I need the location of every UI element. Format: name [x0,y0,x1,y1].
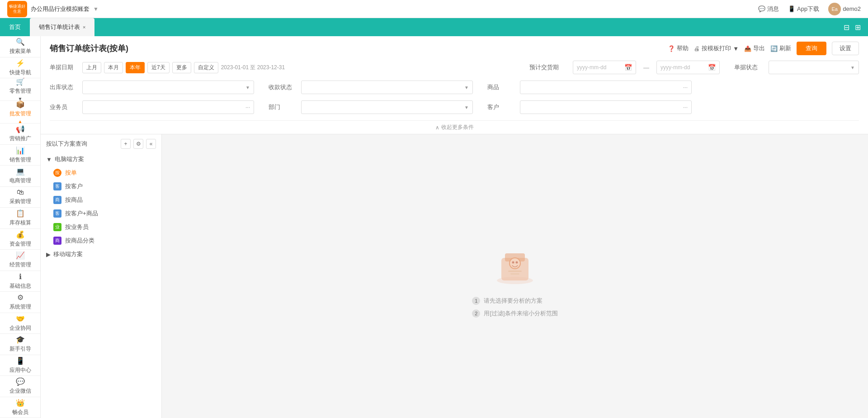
svg-point-5 [516,261,518,263]
tip-num-1: 1 [472,297,480,305]
tab-home[interactable]: 首页 [0,18,30,36]
export-button[interactable]: 📤 导出 [744,44,765,52]
sidebar-item-apps[interactable]: 📱 应用中心 [0,355,40,376]
scheme-group-mobile: ▶ 移动端方案 [41,247,161,261]
scheme-item-byproduct[interactable]: 商 按商品 [41,193,161,207]
refresh-button[interactable]: 🔄 刷新 [770,44,791,52]
scheme-item-byproductcategory-label: 按商品分类 [65,237,94,245]
date-btn-lastmonth[interactable]: 上月 [82,62,101,73]
sidebar-item-system[interactable]: ⚙ 系统管理 [0,292,40,313]
product-more-icon[interactable]: ··· [683,84,688,90]
sidebar-label-basic: 基础信息 [9,282,31,290]
order-status-label: 单据状态 [734,63,761,71]
sidebar-item-operation[interactable]: 📈 经营管理 [0,250,40,271]
refresh-icon: 🔄 [770,45,778,52]
expected-delivery-start[interactable]: yyyy-mm-dd 📅 [573,61,636,74]
message-button[interactable]: 💬 消息 [758,5,779,13]
print-button[interactable]: 🖨 按模板打印 ▼ [694,44,739,52]
expected-delivery-label: 预计交货期 [529,63,566,71]
content-title-row: 销售订单统计表(按单) ❓ 帮助 🖨 按模板打印 ▼ 📤 导出 [50,42,859,55]
tab-sales-summary[interactable]: 销售订单统计表 × [30,18,94,36]
scheme-collapse-button[interactable]: « [146,139,156,149]
collection-status-select[interactable]: ▼ [301,81,473,94]
scheme-item-bycustomerproduct[interactable]: 客 按客户+商品 [41,207,161,220]
setting-button[interactable]: 设置 [832,42,859,55]
tab-sales-summary-label: 销售订单统计表 [39,23,80,31]
date-btn-thisyear[interactable]: 本年 [126,62,145,73]
sidebar-item-inventory[interactable]: 📋 库存核算 [0,208,40,229]
date-btn-thismonth[interactable]: 本月 [104,62,123,73]
sidebar-label-system: 系统管理 [9,303,31,311]
export-label: 导出 [753,44,765,52]
tab-minimize-icon[interactable]: ⊟ [844,23,849,32]
sidebar-item-sales[interactable]: 📊 销售管理 [0,145,40,166]
sidebar-item-corp[interactable]: 🤝 企业协同 [0,313,40,334]
help-button[interactable]: ❓ 帮助 [668,44,689,52]
salesperson-select[interactable]: ··· [82,100,254,114]
sidebar-item-marketing[interactable]: 📢 营销推广 [0,124,40,145]
message-icon: 💬 [758,5,765,12]
sidebar-label-search: 搜索菜单 [9,48,31,55]
scheme-item-byproductcategory[interactable]: 商 按商品分类 [41,234,161,247]
scheme-add-button[interactable]: + [121,139,131,149]
expected-delivery-end[interactable]: yyyy-mm-dd 📅 [656,61,720,74]
scheme-settings-button[interactable]: ⚙ [133,139,143,149]
customer-select[interactable]: ··· [520,100,692,114]
scheme-item-bysalesperson[interactable]: 业 按业务员 [41,220,161,234]
scheme-group-mobile-title[interactable]: ▶ 移动端方案 [41,247,161,261]
sidebar-item-ecommerce[interactable]: 💻 电商管理 [0,166,40,187]
sidebar-label-ecommerce: 电商管理 [9,177,31,185]
scheme-item-bycustomer[interactable]: 客 按客户 [41,180,161,193]
tab-home-label: 首页 [9,23,21,31]
scheme-item-bysalesperson-label: 按业务员 [65,223,89,231]
app-download-button[interactable]: 📱 App下载 [788,5,819,13]
product-select[interactable]: ··· [520,81,692,94]
tab-bar-right: ⊟ ⊞ [844,23,868,32]
filter-panel: 单据日期 上月 本月 本年 近7天 更多 自定义 2023-01-01 至 20… [50,61,859,134]
top-bar-right: 💬 消息 📱 App下载 Ea demo2 [758,3,861,15]
marketing-icon: 📢 [16,125,25,133]
customer-more-icon[interactable]: ··· [683,104,688,110]
tab-maximize-icon[interactable]: ⊞ [855,23,861,32]
app-title-arrow[interactable]: ▼ [93,6,99,12]
date-btn-more[interactable]: 更多 [172,62,191,73]
sidebar-item-retail[interactable]: 🛒 零售管理 ▼ [0,78,40,101]
tip-num-2: 2 [472,309,480,318]
sidebar-label-quicknav: 快捷导航 [9,69,31,76]
delivery-status-select[interactable]: ▼ [82,81,254,94]
sidebar-item-member[interactable]: 👑 畅会员 [0,397,40,418]
order-status-select[interactable]: ▼ [769,61,859,74]
sidebar-item-guide[interactable]: 🎓 新手引导 [0,334,40,355]
order-status-arrow: ▼ [850,65,855,70]
scheme-header-actions: + ⚙ « [121,139,156,149]
sidebar-label-retail: 零售管理 [9,87,31,95]
date-label: 单据日期 [50,63,75,71]
sidebar-item-basic[interactable]: ℹ 基础信息 [0,271,40,292]
department-select[interactable]: ▼ [301,100,473,114]
salesperson-more-icon[interactable]: ··· [245,104,250,110]
sidebar-item-purchase[interactable]: 🛍 采购管理 [0,187,40,208]
user-profile[interactable]: Ea demo2 [828,3,861,15]
quicknav-icon: ⚡ [16,59,25,67]
scheme-panel-header: 按以下方案查询 + ⚙ « [41,139,161,152]
scheme-group-pc-title[interactable]: ▼ 电脑端方案 [41,152,161,166]
customer-label: 客户 [487,103,513,111]
date-btn-custom[interactable]: 自定义 [194,62,218,73]
sidebar-item-search[interactable]: 🔍 搜索菜单 [0,36,40,57]
tab-close-icon[interactable]: × [83,24,85,30]
date-btn-7days[interactable]: 近7天 [147,62,170,73]
sidebar-item-quicknav[interactable]: ⚡ 快捷导航 [0,57,40,79]
sidebar-label-operation: 经营管理 [9,261,31,269]
sidebar-item-finance[interactable]: 💰 资金管理 [0,229,40,250]
scheme-item-bycustomer-label: 按客户 [65,182,83,190]
sidebar-item-wechat[interactable]: 💬 企业微信 [0,376,40,397]
print-arrow-icon[interactable]: ▼ [733,45,739,52]
calendar-end-icon: 📅 [708,64,716,71]
sidebar-item-wholesale[interactable]: 📦 批发管理 ▲ [0,101,40,124]
collapse-filters-button[interactable]: ∧ 收起更多条件 [50,120,859,134]
tip-text-1: 请先选择要分析的方案 [484,297,542,305]
query-button[interactable]: 查询 [797,42,826,55]
scheme-item-byorder[interactable]: 按 按单 [41,166,161,180]
tip-text-2: 用[过滤]条件来缩小分析范围 [484,309,557,318]
scheme-item-icon-byproductcategory: 商 [53,237,61,245]
